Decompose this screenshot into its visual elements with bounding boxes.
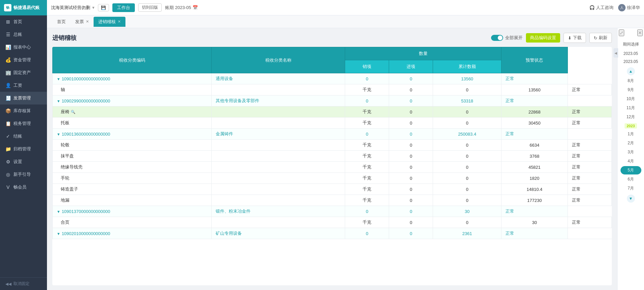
group-code: ▼10902990000000000000 xyxy=(53,95,212,106)
tab-invoice[interactable]: 发票 ✕ xyxy=(70,17,94,27)
download-label: 下载 xyxy=(573,35,582,41)
month-11[interactable]: 11月 xyxy=(621,104,641,112)
child-status: 正常 xyxy=(568,217,611,228)
month-4[interactable]: 4月 xyxy=(621,157,641,165)
close-panel-btn[interactable]: ✕ xyxy=(637,29,643,36)
month-9[interactable]: 9月 xyxy=(621,86,641,94)
period-item-0[interactable]: 2023.05 xyxy=(621,50,641,57)
tab-invoice-label: 发票 xyxy=(75,19,84,25)
service-label: 人工咨询 xyxy=(596,5,613,11)
tab-reconcile-close[interactable]: ✕ xyxy=(118,19,121,24)
group-status: 正常 xyxy=(501,228,568,239)
table-group-row: ▼10901000000000000000 通用设备 0 0 13560 正常 xyxy=(53,73,612,84)
switch-old-version-btn[interactable]: 切到旧版 xyxy=(138,3,162,12)
sidebar-label-archive: 归档管理 xyxy=(13,146,31,152)
user-menu[interactable]: 人 徐泽华 xyxy=(618,4,640,11)
child-total: 6634 xyxy=(501,140,568,151)
month-3[interactable]: 3月 xyxy=(621,148,641,156)
sidebar-item-member[interactable]: V 畅会员 xyxy=(0,181,47,194)
group-total: 2361 xyxy=(433,228,501,239)
workbench-btn[interactable]: 工作台 xyxy=(112,3,135,12)
sidebar-item-reports[interactable]: 📊 报表中心 xyxy=(0,41,47,54)
child-status: 正常 xyxy=(568,118,611,129)
tax-icon: 📋 xyxy=(5,121,11,126)
child-purchase: 0 xyxy=(433,140,501,151)
sidebar-item-invoice-mgmt[interactable]: 🧾 发票管理 xyxy=(0,92,47,104)
save-icon: 💾 xyxy=(101,5,106,10)
download-btn[interactable]: ⬇ 下载 xyxy=(564,33,586,43)
child-name: 绝缘导线壳 xyxy=(53,162,212,173)
tab-bar: 首页 发票 ✕ 进销稽核 ✕ xyxy=(47,15,644,28)
group-purchase: 0 xyxy=(389,95,433,106)
month-8[interactable]: 8月 xyxy=(621,77,641,85)
scroll-up-btn[interactable]: ▲ xyxy=(627,67,635,75)
month-6[interactable]: 6月 xyxy=(621,175,641,184)
sidebar-item-settlement[interactable]: ✓ 结账 xyxy=(0,130,47,143)
refresh-btn[interactable]: ↻ 刷新 xyxy=(589,33,612,43)
scroll-down-btn[interactable]: ▼ xyxy=(627,195,635,203)
sidebar-item-home[interactable]: ⊞ 首页 xyxy=(0,15,47,28)
main-area: 沈海英测试经营勿删 ▾ 💾 工作台 切到旧版 账期 2023-05 📅 🎧 人工… xyxy=(47,0,644,290)
child-empty xyxy=(212,162,345,173)
child-purchase: 0 xyxy=(433,173,501,184)
table-row: 绝缘导线壳 千克 0 0 45821 正常 xyxy=(53,162,612,173)
child-sale: 0 xyxy=(389,106,433,118)
period-item-1[interactable]: 2023.05 xyxy=(621,58,641,65)
sidebar-item-finance[interactable]: 💰 资金管理 xyxy=(0,54,47,66)
sidebar-item-ledger[interactable]: ☰ 总账 xyxy=(0,28,47,41)
refresh-label: 刷新 xyxy=(599,35,607,41)
expand-panel-btn[interactable]: ⤢ xyxy=(619,29,624,36)
year-2023: 2023 xyxy=(625,123,637,129)
sidebar-item-assets[interactable]: 🏢 固定资产 xyxy=(0,66,47,79)
cancel-fixed-btn[interactable]: ◀◀ 取消固定 xyxy=(0,277,47,290)
month-7[interactable]: 7月 xyxy=(621,184,641,193)
expand-toggle[interactable] xyxy=(491,35,503,41)
month-12[interactable]: 12月 xyxy=(621,113,641,121)
sidebar-label-settlement: 结账 xyxy=(13,133,22,139)
avatar: 人 xyxy=(618,4,626,11)
month-2[interactable]: 2月 xyxy=(621,139,641,147)
table-group-row: ▼10901370000000000000 锻件、粉末冶金件 0 0 30 正常 xyxy=(53,206,612,217)
child-unit: 千克 xyxy=(345,106,389,118)
tab-home[interactable]: 首页 xyxy=(52,17,70,27)
child-name: 地漏 xyxy=(53,195,212,206)
child-empty xyxy=(212,140,345,151)
sidebar: 畅 畅捷通易代账 ⊞ 首页 ☰ 总账 📊 报表中心 💰 资金管理 🏢 固定资产 … xyxy=(0,0,47,290)
panel-collapse-toggle[interactable]: ◀ xyxy=(613,48,618,58)
group-name: 其他专用设备及零部件 xyxy=(212,95,345,106)
child-unit: 千克 xyxy=(345,195,389,206)
sidebar-item-payroll[interactable]: 👤 工资 xyxy=(0,79,47,92)
child-purchase: 0 xyxy=(433,162,501,173)
sidebar-item-tax[interactable]: 📋 税务管理 xyxy=(0,117,47,130)
child-unit: 千克 xyxy=(345,173,389,184)
toggle-all-control[interactable]: 全部展开 xyxy=(491,35,523,41)
sidebar-item-guide[interactable]: ◎ 新手引导 xyxy=(0,168,47,181)
tab-reconcile[interactable]: 进销稽核 ✕ xyxy=(94,17,125,27)
period-selector[interactable]: 账期 2023-05 📅 xyxy=(165,5,198,11)
month-5[interactable]: 5月 xyxy=(621,166,641,174)
child-unit: 千克 xyxy=(345,184,389,195)
pin-icon: ◀◀ xyxy=(5,282,11,286)
child-purchase: 0 xyxy=(433,118,501,129)
app-logo: 畅 畅捷通易代账 xyxy=(0,0,47,15)
group-status: 正常 xyxy=(501,95,568,106)
sidebar-item-archive[interactable]: 📁 归档管理 xyxy=(0,143,47,155)
group-code: ▼10901370000000000000 xyxy=(53,206,212,217)
company-selector[interactable]: 沈海英测试经营勿删 ▾ xyxy=(51,5,95,11)
child-purchase: 0 xyxy=(433,195,501,206)
download-icon: ⬇ xyxy=(568,35,572,41)
username: 徐泽华 xyxy=(627,5,640,11)
sidebar-item-settings[interactable]: ⚙ 设置 xyxy=(0,155,47,168)
save-draft-btn[interactable]: 💾 xyxy=(98,4,109,11)
home-icon: ⊞ xyxy=(5,19,11,24)
month-1[interactable]: 1月 xyxy=(621,130,641,138)
tab-invoice-close[interactable]: ✕ xyxy=(86,19,89,24)
product-code-btn[interactable]: 商品编码设置 xyxy=(526,33,560,43)
child-name: 铸造盖子 xyxy=(53,184,212,195)
group-sale: 0 xyxy=(345,95,389,106)
assets-icon: 🏢 xyxy=(5,70,11,75)
sidebar-item-inventory[interactable]: 📦 库存核算 xyxy=(0,104,47,117)
logo-icon: 畅 xyxy=(4,4,11,11)
service-btn[interactable]: 🎧 人工咨询 xyxy=(589,5,613,11)
month-10[interactable]: 10月 xyxy=(621,95,641,103)
